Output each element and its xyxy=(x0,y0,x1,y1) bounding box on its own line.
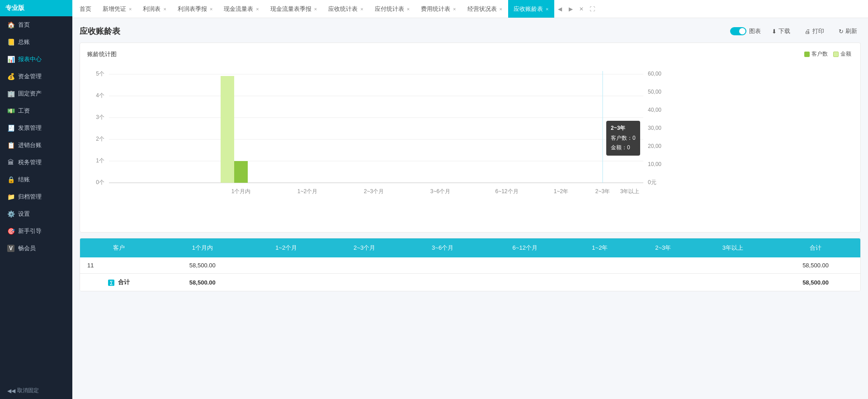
tab-ar-aging[interactable]: 应收账龄表 × xyxy=(508,0,554,18)
sidebar-item-report[interactable]: 📊 报表中心 xyxy=(0,51,72,68)
legend-amount: 金额 xyxy=(833,50,851,58)
bar-amount-1 xyxy=(221,76,234,183)
sidebar-item-guide[interactable]: 🎯 新手引导 xyxy=(0,223,72,240)
sidebar-item-ledger[interactable]: 📒 总账 xyxy=(0,33,72,51)
row-year3plus xyxy=(695,257,771,274)
download-button[interactable]: ⬇ 下载 xyxy=(768,25,794,37)
sidebar-label-vip: 畅会员 xyxy=(18,244,36,252)
sidebar-label-settings: 设置 xyxy=(18,210,30,218)
footer-year2-3 xyxy=(632,274,695,291)
tab-cashflow[interactable]: 现金流量表 × xyxy=(218,0,264,18)
tab-close-all[interactable]: ✕ xyxy=(576,4,587,14)
sidebar: 专业版 🏠 首页 📒 总账 📊 报表中心 💰 资金管理 🏢 固定资产 💵 工资 … xyxy=(0,0,72,399)
sidebar-label-tax: 税务管理 xyxy=(18,158,42,166)
svg-text:1个: 1个 xyxy=(96,157,104,164)
sidebar-item-invoice[interactable]: 🧾 发票管理 xyxy=(0,119,72,137)
tab-cashflow-quarterly-label: 现金流量表季报 xyxy=(270,5,311,13)
tab-ap-stats[interactable]: 应付统计表 × xyxy=(369,0,415,18)
tab-profit[interactable]: 利润表 × xyxy=(137,0,172,18)
vip-icon: V xyxy=(7,245,14,252)
tab-profit-quarterly-close[interactable]: × xyxy=(210,6,212,12)
tab-cashflow-quarterly[interactable]: 现金流量表季报 × xyxy=(265,0,323,18)
tab-voucher[interactable]: 新增凭证 × xyxy=(97,0,137,18)
tab-expense-stats-close[interactable]: × xyxy=(453,6,456,12)
tab-voucher-close[interactable]: × xyxy=(129,6,132,12)
sidebar-item-closing[interactable]: 🔒 结账 xyxy=(0,171,72,188)
tab-ar-stats-label: 应收统计表 xyxy=(328,5,358,13)
sidebar-label-home: 首页 xyxy=(18,21,30,29)
chart-toggle[interactable] xyxy=(730,27,746,35)
tab-biz-status-close[interactable]: × xyxy=(500,6,502,12)
col-month1: 1个月内 xyxy=(158,238,247,257)
app-logo: 专业版 xyxy=(0,0,72,16)
sidebar-label-archive: 归档管理 xyxy=(18,193,42,201)
chart-legend: 客户数 金额 xyxy=(804,50,851,58)
sidebar-item-purchase[interactable]: 📋 进销台账 xyxy=(0,137,72,154)
sidebar-label-salary: 工资 xyxy=(18,107,30,115)
svg-text:40,000.00元: 40,000.00元 xyxy=(648,107,661,113)
data-table-wrap: 客户 1个月内 1~2个月 2~3个月 3~6个月 6~12个月 1~2年 2~… xyxy=(80,238,861,291)
tab-cashflow-close[interactable]: × xyxy=(256,6,259,12)
sidebar-item-salary[interactable]: 💵 工资 xyxy=(0,102,72,119)
svg-text:4个: 4个 xyxy=(96,92,104,99)
svg-text:5个: 5个 xyxy=(96,71,104,77)
sidebar-label-purchase: 进销台账 xyxy=(18,141,42,149)
svg-text:10,000.00元: 10,000.00元 xyxy=(648,161,661,167)
tab-scroll-right[interactable]: ▶ xyxy=(565,4,576,14)
ledger-icon: 📒 xyxy=(7,38,14,46)
svg-text:3年以上: 3年以上 xyxy=(620,188,640,195)
sidebar-item-tax[interactable]: 🏛 税务管理 xyxy=(0,154,72,171)
sidebar-item-asset[interactable]: 🏢 固定资产 xyxy=(0,85,72,102)
tab-scroll-left[interactable]: ◀ xyxy=(554,4,565,14)
refresh-button[interactable]: ↻ 刷新 xyxy=(835,25,861,37)
tab-ar-stats[interactable]: 应收统计表 × xyxy=(323,0,369,18)
row-month3-6 xyxy=(404,257,482,274)
invoice-icon: 🧾 xyxy=(7,124,14,132)
tab-maximize[interactable]: ⛶ xyxy=(587,4,598,14)
svg-text:1~2年: 1~2年 xyxy=(554,188,568,195)
sidebar-item-home[interactable]: 🏠 首页 xyxy=(0,16,72,33)
footer-month1: 58,500.00 xyxy=(158,274,247,291)
asset-icon: 🏢 xyxy=(7,90,14,97)
footer-month1-2 xyxy=(247,274,326,291)
tab-voucher-label: 新增凭证 xyxy=(103,5,126,13)
sidebar-item-archive[interactable]: 📁 归档管理 xyxy=(0,188,72,205)
tab-profit-label: 利润表 xyxy=(143,5,160,13)
print-label: 打印 xyxy=(812,27,824,35)
sidebar-item-vip[interactable]: V 畅会员 xyxy=(0,240,72,257)
svg-text:1~2个月: 1~2个月 xyxy=(297,188,317,195)
footer-label-text: 合计 xyxy=(118,279,130,285)
row-month1: 58,500.00 xyxy=(158,257,247,274)
sidebar-label-guide: 新手引导 xyxy=(18,227,42,235)
page-header: 应收账龄表 图表 ⬇ 下载 🖨 打印 ↻ 刷新 xyxy=(80,25,861,37)
footer-month6-12 xyxy=(482,274,568,291)
tab-biz-status[interactable]: 经营状况表 × xyxy=(462,0,508,18)
home-icon: 🏠 xyxy=(7,21,14,28)
sidebar-label-report: 报表中心 xyxy=(18,55,42,63)
col-month2-3: 2~3个月 xyxy=(326,238,404,257)
sidebar-item-settings[interactable]: ⚙️ 设置 xyxy=(0,205,72,223)
refresh-label: 刷新 xyxy=(845,27,857,35)
collapse-sidebar-button[interactable]: ◀◀ 取消固定 xyxy=(0,382,72,399)
legend-customer-count-label: 客户数 xyxy=(811,50,828,58)
tab-profit-quarterly[interactable]: 利润表季报 × xyxy=(172,0,218,18)
tab-ar-aging-close[interactable]: × xyxy=(546,6,548,12)
legend-customer-count-dot xyxy=(804,52,810,57)
row-year1-2 xyxy=(568,257,632,274)
summary-icon: ∑ xyxy=(108,280,114,286)
legend-amount-dot xyxy=(833,52,839,57)
print-button[interactable]: 🖨 打印 xyxy=(801,25,828,37)
svg-text:1个月内: 1个月内 xyxy=(231,188,251,195)
tab-home[interactable]: 首页 xyxy=(74,0,97,18)
tab-profit-close[interactable]: × xyxy=(163,6,166,12)
sidebar-label-ledger: 总账 xyxy=(18,38,30,46)
sidebar-item-fund[interactable]: 💰 资金管理 xyxy=(0,68,72,85)
refresh-icon: ↻ xyxy=(839,28,844,35)
tab-expense-stats[interactable]: 费用统计表 × xyxy=(415,0,462,18)
salary-icon: 💵 xyxy=(7,107,14,114)
tab-ap-stats-close[interactable]: × xyxy=(407,6,410,12)
chart-toggle-wrap: 图表 xyxy=(730,27,761,35)
tab-cashflow-quarterly-close[interactable]: × xyxy=(314,6,317,12)
tab-ar-stats-close[interactable]: × xyxy=(360,6,363,12)
footer-month2-3 xyxy=(326,274,404,291)
